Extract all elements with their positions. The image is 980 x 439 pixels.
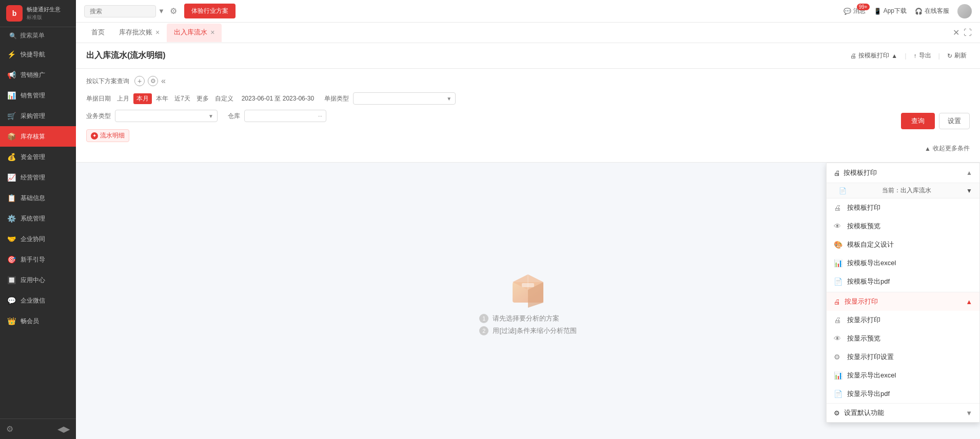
filter-tag-label: 流水明细 <box>100 131 125 140</box>
date-btn-this-month[interactable]: 本月 <box>133 93 152 104</box>
sidebar-item-quicknav[interactable]: ⚡ 快捷导航 <box>0 44 76 65</box>
display-excel-label: 按显示导出excel <box>847 371 896 380</box>
filter-biztype-field: 业务类型 ▼ <box>86 110 218 122</box>
dropdown-footer[interactable]: ⚙ 设置默认功能 ▼ <box>827 403 979 422</box>
topbar-industry-btn[interactable]: 体验行业方案 <box>184 4 236 18</box>
sidebar-item-collab-label: 企业协同 <box>21 235 45 244</box>
basic-icon: 📋 <box>6 193 16 203</box>
dropdown-item-template-preview[interactable]: 👁 按模板预览 <box>827 217 979 235</box>
dropdown-item-display-preview[interactable]: 👁 按显示预览 <box>827 329 979 348</box>
filter-biztype-select-wrap: ▼ <box>115 110 218 122</box>
dropdown-item-display-excel[interactable]: 📊 按显示导出excel <box>827 366 979 385</box>
filter-biztype-select[interactable] <box>115 110 218 122</box>
current-label-arrow[interactable]: ▼ <box>966 187 972 194</box>
date-btn-this-year[interactable]: 本年 <box>154 93 170 104</box>
template-pdf-icon: 📄 <box>834 277 842 286</box>
date-btn-last-month[interactable]: 上月 <box>115 93 131 104</box>
window-maximize-icon[interactable]: ⛶ <box>964 28 972 37</box>
topbar-online-service-btn[interactable]: 🎧 在线客服 <box>915 7 949 15</box>
sidebar-item-inventory[interactable]: 📦 库存核算 <box>0 126 76 147</box>
topbar-search-dropdown-icon[interactable]: ▼ <box>158 7 165 15</box>
filter-active-tag-row: ✦ 流水明细 <box>86 127 970 142</box>
settings-btn[interactable]: 设置 <box>939 113 970 129</box>
sidebar-item-marketing[interactable]: 📢 营销推广 <box>0 65 76 85</box>
sidebar-item-guide[interactable]: 🎯 新手引导 <box>0 249 76 270</box>
marketing-icon: 📢 <box>6 70 16 80</box>
sidebar-search[interactable]: 🔍 搜索菜单 <box>0 27 76 44</box>
filter-add-btn[interactable]: + <box>134 76 145 86</box>
topbar-left: ▼ ⚙ 体验行业方案 <box>84 4 844 18</box>
display-print-label: 按显示打印 <box>847 315 880 325</box>
collapse-sidebar-icon[interactable]: ◀▶ <box>57 424 70 434</box>
tab-flow[interactable]: 出入库流水 × <box>167 24 222 42</box>
sidebar-bottom: ⚙ ◀▶ <box>0 418 76 439</box>
empty-state: 1 请先选择要分析的方案 2 用[过滤]条件来缩小分析范围 <box>479 267 576 335</box>
step-2-text: 用[过滤]条件来缩小分析范围 <box>493 326 576 335</box>
sidebar-item-vip[interactable]: 👑 畅会员 <box>0 311 76 331</box>
dropdown-item-display-print[interactable]: 🖨 按显示打印 <box>827 311 979 329</box>
print-icon-header: 🖨 <box>834 169 840 177</box>
query-btn[interactable]: 查询 <box>901 113 935 129</box>
filter-collapse-btn[interactable]: « <box>161 76 166 86</box>
dropdown-item-display-settings[interactable]: ⚙ 按显示打印设置 <box>827 348 979 366</box>
dropdown-close-arrow[interactable]: ▲ <box>966 169 972 176</box>
refresh-btn[interactable]: ↻ 刷新 <box>944 49 970 62</box>
topbar: ▼ ⚙ 体验行业方案 💬 消息 99+ 📱 App下载 🎧 在线客服 <box>76 0 980 23</box>
settings-bottom-icon[interactable]: ⚙ <box>6 424 13 434</box>
filter-warehouse-select[interactable] <box>244 110 326 122</box>
sidebar-item-inventory-label: 库存核算 <box>21 132 45 141</box>
sidebar-item-collab[interactable]: 🤝 企业协同 <box>0 229 76 249</box>
sidebar-item-basic[interactable]: 📋 基础信息 <box>0 188 76 208</box>
print-template-btn[interactable]: 🖨 按模板打印 ▲ <box>847 49 900 62</box>
sidebar-item-system-label: 系统管理 <box>21 214 45 223</box>
online-service-label: 在线客服 <box>925 7 949 15</box>
display-settings-label: 按显示打印设置 <box>847 352 894 362</box>
empty-state-icon <box>507 267 548 308</box>
date-btn-custom[interactable]: 自定义 <box>213 93 236 104</box>
tab-batch[interactable]: 库存批次账 × <box>112 24 167 42</box>
window-close-icon[interactable]: ✕ <box>953 28 959 37</box>
dropdown-item-template-excel[interactable]: 📊 按模板导出excel <box>827 254 979 272</box>
filter-date-label: 单据日期 <box>86 94 111 103</box>
tab-home[interactable]: 首页 <box>84 24 112 42</box>
current-label-text: 当前：出入库流水 <box>882 186 931 195</box>
empty-step-1: 1 请先选择要分析的方案 <box>479 314 576 323</box>
date-btn-more[interactable]: 更多 <box>194 93 211 104</box>
collapse-up-icon: ▲ <box>925 145 931 152</box>
sidebar-item-finance[interactable]: 💰 资金管理 <box>0 147 76 167</box>
sidebar: b 畅捷通好生意 标准版 🔍 搜索菜单 ⚡ 快捷导航 📢 营销推广 📊 销售管理… <box>0 0 76 439</box>
topbar-gear-icon[interactable]: ⚙ <box>170 6 177 16</box>
filter-settings-btn[interactable]: ⚙ <box>148 76 158 86</box>
topbar-app-download-btn[interactable]: 📱 App下载 <box>874 7 907 15</box>
headset-icon: 🎧 <box>915 8 923 15</box>
sidebar-item-sales[interactable]: 📊 销售管理 <box>0 85 76 106</box>
dropdown-section-2-header[interactable]: 🖨 按显示打印 ▲ <box>827 292 979 311</box>
topbar-user-avatar[interactable] <box>957 4 972 18</box>
sidebar-item-apps[interactable]: 🔲 应用中心 <box>0 270 76 290</box>
sidebar-item-wechat[interactable]: 💬 企业微信 <box>0 290 76 311</box>
dropdown-item-display-pdf[interactable]: 📄 按显示导出pdf <box>827 385 979 403</box>
sidebar-item-purchase[interactable]: 🛒 采购管理 <box>0 106 76 126</box>
sidebar-item-system[interactable]: ⚙️ 系统管理 <box>0 208 76 229</box>
tab-batch-close-icon[interactable]: × <box>155 28 160 36</box>
template-excel-label: 按模板导出excel <box>847 258 896 268</box>
sidebar-item-operations[interactable]: 📈 经营管理 <box>0 167 76 188</box>
topbar-search-input[interactable] <box>84 5 156 17</box>
tab-home-label: 首页 <box>91 28 105 37</box>
sidebar-item-guide-label: 新手引导 <box>21 255 45 264</box>
filter-doctype-select[interactable] <box>353 92 456 105</box>
date-btns: 上月 本月 本年 近7天 更多 自定义 <box>115 93 236 104</box>
dropdown-section-2: 🖨 按显示打印 ▲ 🖨 按显示打印 👁 按显示预览 ⚙ 按显示打印设置 <box>827 292 979 403</box>
dropdown-item-template-custom[interactable]: 🎨 模板自定义设计 <box>827 235 979 254</box>
date-btn-7days[interactable]: 近7天 <box>172 93 192 104</box>
collapse-more-btn[interactable]: ▲ 收起更多条件 <box>86 142 970 155</box>
action-divider-2: | <box>938 52 940 59</box>
print-dropdown-panel: 🖨 按模板打印 ▲ 📄 当前：出入库流水 ▼ 🖨 按模板打印 👁 按模板预览 <box>826 163 980 423</box>
topbar-message-btn[interactable]: 💬 消息 99+ <box>844 7 866 15</box>
export-btn[interactable]: ↑ 导出 <box>911 49 934 62</box>
dropdown-item-template-print[interactable]: 🖨 按模板打印 <box>827 198 979 217</box>
dropdown-item-template-pdf[interactable]: 📄 按模板导出pdf <box>827 272 979 291</box>
tab-flow-close-icon[interactable]: × <box>210 28 214 36</box>
operations-icon: 📈 <box>6 172 16 183</box>
filter-header: 按以下方案查询 + ⚙ « <box>86 76 970 86</box>
